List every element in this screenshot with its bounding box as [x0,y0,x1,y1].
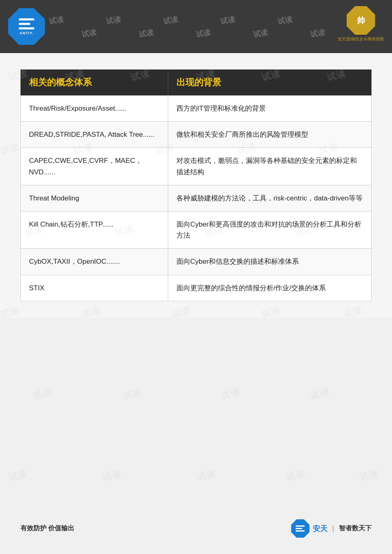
header-wm-2: 试读 [105,14,122,27]
header-wm-5: 试读 [277,14,293,27]
col2-header: 出现的背景 [168,70,371,96]
header-wm-3: 试读 [163,14,179,27]
table-cell-right: 面向Cyber和信息交换的描述和标准体系 [168,249,371,275]
footer-logo [291,519,310,538]
svg-text:帅: 帅 [357,16,365,25]
top-right-badge-text: 帅 [353,12,369,29]
header-wm-4: 试读 [220,14,236,27]
header: 试读 试读 试读 试读 试读 试读 试读 试读 试读 试读 ANTIY. 帅 安… [0,0,392,53]
header-wm-10: 试读 [310,27,326,40]
table-row: STIX 面向更完整的综合性的情报分析/作业/交换的体系 [21,275,372,301]
watermark-21: 试读 [121,385,143,402]
watermark-25: 试读 [101,467,123,484]
table-cell-left: CAPEC,CWE,CVE,CVRF，MAEC，NVD...... [21,148,168,185]
watermark-20: 试读 [31,385,53,402]
top-right-badge: 帅 [347,6,375,35]
header-wm-8: 试读 [195,27,212,40]
logo: ANTIY. [8,8,45,45]
top-right-subtitle: 安天|防御安全令牌第四图 [338,36,384,42]
table-row: DREAD,STRIDE,PASTA, Attack Tree...... 微软… [21,122,372,148]
footer-tagline: 有效防护 价值输出 [20,524,74,533]
table-row: CAPEC,CWE,CVE,CVRF，MAEC，NVD...... 对攻击模式，… [21,148,372,185]
header-wm-6: 试读 [81,27,97,40]
table-cell-right: 西方的IT管理和标准化的背景 [168,96,371,122]
table-cell-right: 各种威胁建模的方法论，工具，risk-centric，data-driven等等 [168,185,371,211]
logo-lines [19,18,34,29]
footer-logo-line-1 [296,525,305,527]
table-row: CybOX,TAXII，OpenIOC....... 面向Cyber和信息交换的… [21,249,372,275]
content-table: 相关的概念体系 出现的背景 Threat/Risk/Exposure/Asset… [20,69,372,301]
logo-text: ANTIY. [20,31,34,35]
top-right-logo: 帅 安天|防御安全令牌第四图 [338,6,384,42]
logo-line-1 [19,18,34,20]
table-cell-right: 对攻击模式，脆弱点，漏洞等各种基础的安全元素的标定和描述结构 [168,148,371,185]
watermark-27: 试读 [285,467,307,484]
watermark-26: 试读 [195,467,217,484]
main-content: 相关的概念体系 出现的背景 Threat/Risk/Exposure/Asset… [0,53,392,318]
table-cell-left: DREAD,STRIDE,PASTA, Attack Tree...... [21,122,168,148]
header-wm-7: 试读 [138,27,154,40]
header-wm-1: 试读 [48,14,65,27]
table-row: Kill Chain,钻石分析,TTP...... 面向Cyber和更高强度的攻… [21,211,372,248]
logo-line-2 [19,23,30,25]
col1-header: 相关的概念体系 [21,70,168,96]
watermark-28: 试读 [358,467,380,484]
footer: 有效防护 价值输出 安天 | 智者数天下 [0,519,392,538]
footer-logo-line-2 [296,528,302,529]
table-row: Threat Modeling 各种威胁建模的方法论，工具，risk-centr… [21,185,372,211]
table-cell-right: 微软和相关安全厂商所推出的风险管理模型 [168,122,371,148]
watermark-22: 试读 [219,385,241,402]
table-cell-left: STIX [21,275,168,301]
table-cell-left: CybOX,TAXII，OpenIOC....... [21,249,168,275]
footer-brand: 安天 | 智者数天下 [291,519,372,538]
table-cell-right: 面向Cyber和更高强度的攻击和对抗的场景的分析工具和分析方法 [168,211,371,248]
footer-logo-lines [296,525,305,532]
table-cell-left: Threat/Risk/Exposure/Asset...... [21,96,168,122]
table-cell-right: 面向更完整的综合性的情报分析/作业/交换的体系 [168,275,371,301]
table-row: Threat/Risk/Exposure/Asset...... 西方的IT管理… [21,96,372,122]
header-wm-9: 试读 [252,27,269,40]
footer-divider: | [332,525,334,532]
footer-brand-sub: 智者数天下 [339,524,372,533]
watermark-23: 试读 [309,385,331,402]
logo-line-3 [19,27,34,29]
watermark-24: 试读 [7,467,29,484]
header-watermarks: 试读 试读 试读 试读 试读 试读 试读 试读 试读 试读 [0,0,392,53]
table-cell-left: Kill Chain,钻石分析,TTP...... [21,211,168,248]
table-cell-left: Threat Modeling [21,185,168,211]
footer-brand-text: 安天 [313,524,327,534]
footer-logo-line-3 [296,530,305,532]
